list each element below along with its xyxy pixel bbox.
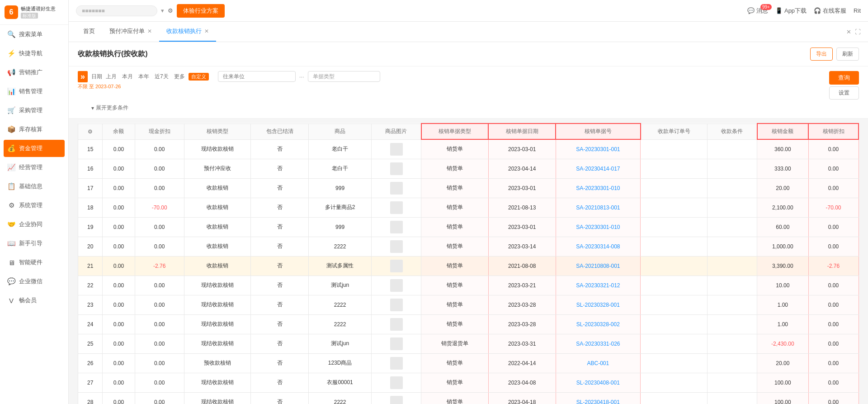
topbar: ■■■■■■■ ▾ ⚙ 体验行业方案 💬 消息 99+ 📱 App下载 🎧 在线… (69, 0, 868, 22)
cell-goods: 多计量商品2 (309, 198, 372, 217)
sidebar-item-inventory[interactable]: 📦 库存核算 (0, 120, 68, 139)
cell-receipt-cond (708, 295, 757, 314)
tab-expand-icon[interactable]: ⛶ (855, 29, 861, 35)
cell-doc-no-link[interactable]: SA-20230301-010 (576, 185, 620, 191)
sidebar-item-vip[interactable]: V 畅会员 (0, 291, 68, 310)
table-row: 150.000.00现结收款核销否老白干销货单2023-03-01SA-2023… (78, 139, 859, 159)
enterprise-icon: 🤝 (7, 220, 15, 228)
cell-id: 19 (78, 217, 103, 237)
sidebar-item-marketing[interactable]: 📢 营销推广 (0, 63, 68, 82)
single-type-select[interactable]: 单据类型 (308, 71, 380, 82)
cell-doc-no[interactable]: SA-20230314-008 (556, 237, 640, 256)
sidebar-item-operations[interactable]: 📈 经营管理 (0, 158, 68, 177)
sidebar-item-wechat[interactable]: 💬 企业微信 (0, 272, 68, 291)
cell-id: 23 (78, 295, 103, 314)
filter-expand-icon[interactable]: » (78, 71, 88, 82)
sidebar-item-quicknav[interactable]: ⚡ 快捷导航 (0, 44, 68, 63)
cell-receipt-cond (708, 217, 757, 237)
cell-doc-no[interactable]: SL-20230418-001 (556, 392, 640, 404)
cell-doc-type: 销货单 (421, 392, 489, 404)
hardware-icon: 🖥 (7, 258, 15, 266)
cell-doc-no[interactable]: SA-20230301-010 (556, 178, 640, 198)
cell-doc-no[interactable]: SA-20210813-001 (556, 198, 640, 217)
cell-doc-no-link[interactable]: SA-20230331-026 (576, 341, 620, 347)
cell-id: 24 (78, 314, 103, 334)
cell-doc-no[interactable]: SA-20230301-001 (556, 139, 640, 159)
cell-doc-no[interactable]: SL-20230408-001 (556, 373, 640, 392)
last-month-link[interactable]: 上月 (104, 72, 118, 81)
sidebar-item-label: 智能硬件 (19, 258, 42, 266)
cell-doc-no[interactable]: SA-20210808-001 (556, 256, 640, 276)
cell-doc-no-link[interactable]: SA-20230301-010 (576, 224, 620, 230)
cell-doc-no[interactable]: SL-20230328-001 (556, 295, 640, 314)
cell-doc-no[interactable]: ABC-001 (556, 353, 640, 373)
sidebar-item-search[interactable]: 🔍 搜索菜单 (0, 25, 68, 44)
sidebar-item-label: 库存核算 (19, 125, 42, 133)
sidebar-item-label: 营销推广 (19, 68, 42, 76)
industry-solution-button[interactable]: 体验行业方案 (177, 4, 225, 18)
export-button[interactable]: 导出 (810, 48, 833, 61)
cell-doc-no[interactable]: SA-20230331-026 (556, 334, 640, 353)
guide-icon: 📖 (7, 239, 15, 247)
tab-home[interactable]: 首页 (76, 22, 102, 42)
sidebar-item-finance[interactable]: 💰 资金管理 (4, 140, 65, 157)
sidebar-item-guide[interactable]: 📖 新手引导 (0, 234, 68, 253)
cell-doc-no-link[interactable]: SA-20230301-001 (576, 146, 620, 152)
online-service-link[interactable]: 🎧 在线客服 (814, 7, 846, 15)
tab-close-receipt[interactable]: ✕ (204, 28, 209, 34)
topbar-dropdown-icon[interactable]: ▾ (161, 7, 164, 14)
tab-close-prepay[interactable]: ✕ (147, 28, 152, 34)
expand-more-conditions[interactable]: ▾ 展开更多条件 (78, 102, 859, 114)
partner-input[interactable] (218, 71, 296, 82)
sidebar-item-system[interactable]: ⚙ 系统管理 (0, 196, 68, 215)
cell-include-settled: 否 (251, 353, 309, 373)
cell-doc-no[interactable]: SA-20230414-017 (556, 159, 640, 178)
col-include-settled: 包含已结清 (251, 124, 309, 139)
cell-doc-no[interactable]: SL-20230328-002 (556, 314, 640, 334)
cell-doc-no-link[interactable]: SL-20230328-001 (576, 302, 620, 308)
cell-doc-no-link[interactable]: SL-20230408-001 (576, 380, 620, 386)
cell-doc-no-link[interactable]: SA-20230321-012 (576, 282, 620, 289)
table-body: 150.000.00现结收款核销否老白干销货单2023-03-01SA-2023… (78, 139, 859, 404)
cell-goods: 2222 (309, 314, 372, 334)
last-7days-link[interactable]: 近7天 (153, 72, 170, 81)
more-link[interactable]: 更多 (172, 72, 187, 81)
tab-prepay[interactable]: 预付冲应付单 ✕ (102, 22, 159, 42)
tab-close-all-icon[interactable]: ✕ (846, 29, 851, 35)
cell-doc-no-link[interactable]: SA-20210808-001 (576, 263, 620, 269)
this-year-link[interactable]: 本年 (137, 72, 151, 81)
tab-receipt-exec[interactable]: 收款核销执行 ✕ (159, 22, 216, 42)
topbar-settings-icon[interactable]: ⚙ (168, 7, 173, 14)
cell-doc-no-link[interactable]: SL-20230328-002 (576, 321, 620, 328)
setting-button[interactable]: 设置 (829, 86, 859, 100)
finance-icon: 💰 (7, 144, 15, 152)
cell-doc-no-link[interactable]: SA-20230414-017 (576, 166, 620, 172)
app-download-link[interactable]: 📱 App下载 (775, 7, 807, 15)
cell-goods: 测试多属性 (309, 256, 372, 276)
cell-doc-no[interactable]: SA-20230321-012 (556, 276, 640, 295)
cell-discount: -2.76 (808, 256, 859, 276)
sidebar-item-basic-info[interactable]: 📋 基础信息 (0, 177, 68, 196)
cell-receipt-order-no (641, 392, 708, 404)
sidebar-item-enterprise[interactable]: 🤝 企业协同 (0, 215, 68, 234)
user-display[interactable]: Rit (854, 7, 861, 14)
this-month-link[interactable]: 本月 (120, 72, 135, 81)
cell-cash-discount: 0.00 (135, 334, 184, 353)
message-badge[interactable]: 💬 消息 99+ (747, 7, 768, 15)
sidebar-item-purchase[interactable]: 🛒 采购管理 (0, 101, 68, 120)
cell-id: 27 (78, 373, 103, 392)
cell-id: 20 (78, 237, 103, 256)
query-button[interactable]: 查询 (829, 71, 859, 85)
cell-doc-no[interactable]: SA-20230301-010 (556, 217, 640, 237)
cell-doc-no-link[interactable]: SA-20210813-001 (576, 204, 620, 211)
cell-doc-no-link[interactable]: SA-20230314-008 (576, 243, 620, 250)
custom-date-btn[interactable]: 自定义 (189, 73, 209, 81)
cell-goods: 2222 (309, 392, 372, 404)
sidebar-item-hardware[interactable]: 🖥 智能硬件 (0, 253, 68, 272)
sidebar-item-sales[interactable]: 📊 销售管理 (0, 82, 68, 101)
cell-doc-no-link[interactable]: ABC-001 (587, 360, 609, 366)
col-settings[interactable]: ⚙ (78, 124, 103, 139)
refresh-button[interactable]: 刷新 (836, 48, 859, 61)
cell-doc-no-link[interactable]: SL-20230418-001 (576, 399, 620, 404)
cell-doc-date: 2023-03-01 (488, 217, 556, 237)
